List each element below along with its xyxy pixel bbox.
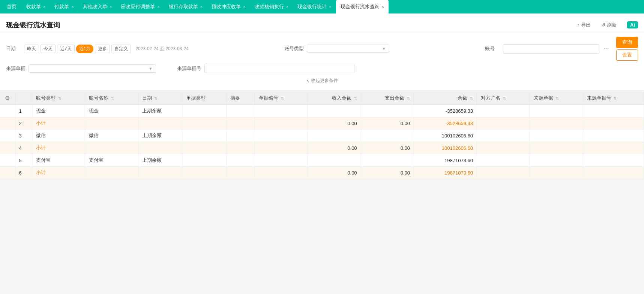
close-prepaid-icon[interactable]: × [243,4,245,9]
table-cell [530,142,583,154]
account-input-wrap [503,44,599,54]
table-cell: 0.00 [308,117,361,130]
col-source-doc-no[interactable]: 来源单据号 ⇅ [583,92,644,105]
table-cell [583,142,644,154]
col-expense[interactable]: 支出金额 ⇅ [361,92,414,105]
table-cell [227,142,255,154]
table-cell: 4 [15,142,32,154]
date-label: 日期 [6,45,21,52]
table-cell [255,117,308,130]
collapse-bar[interactable]: ∧ 收起更多条件 [6,76,638,85]
account-type-select[interactable]: ▼ [307,45,389,53]
table-cell [477,167,530,179]
sort-doc-no-icon: ⇅ [281,96,284,100]
refresh-button[interactable]: ↺ 刷新 [598,20,620,30]
table-cell [361,105,414,117]
table-cell [0,130,15,142]
col-account-type[interactable]: 账号类型 ⇅ [32,92,85,105]
settings-button[interactable]: 设置 [616,49,638,61]
table-cell [361,154,414,167]
table-cell [85,167,138,179]
nav-receipt[interactable]: 收款单 × [22,0,50,13]
table-cell [85,117,138,130]
source-doc-num-input[interactable] [208,66,351,71]
table-cell [0,105,15,117]
table-cell: 上期余额 [138,105,182,117]
source-doc-arrow-icon: ▼ [149,66,153,71]
col-doc-no[interactable]: 单据编号 ⇅ [255,92,308,105]
table-cell [530,167,583,179]
more-dots-icon[interactable]: ··· [602,45,610,52]
col-doc-type: 单据类型 [182,92,227,105]
table-cell: 小计 [32,117,85,130]
close-bank-deposit-icon[interactable]: × [200,4,203,9]
sort-income-icon: ⇅ [354,96,357,100]
nav-ar-ap-adjust[interactable]: 应收应付调整单 × [116,0,164,13]
nav-bank-deposit[interactable]: 银行存取款单 × [164,0,207,13]
date-btn-custom[interactable]: 自定义 [111,45,131,53]
table-cell [530,105,583,117]
col-income[interactable]: 收入金额 ⇅ [308,92,361,105]
table-cell: -3528659.33 [414,105,477,117]
account-type-arrow-icon: ▼ [382,46,386,51]
table-header-row: ⚙ 账号类型 ⇅ 账号名称 ⇅ 日期 ⇅ 单据类型 [0,92,644,105]
table-cell [308,130,361,142]
table-cell: 100102606.60 [414,130,477,142]
account-input[interactable] [506,46,596,52]
date-btn-7days[interactable]: 近7天 [57,45,75,53]
date-btn-1month[interactable]: 近1月 [76,45,94,53]
table-cell [308,154,361,167]
close-ar-ap-icon[interactable]: × [157,4,159,9]
table-row: 6小计0.000.0019871073.60 [0,167,644,179]
close-cash-flow-icon[interactable]: × [382,4,384,9]
col-account-name[interactable]: 账号名称 ⇅ [85,92,138,105]
table-cell [530,130,583,142]
date-btn-yesterday[interactable]: 昨天 [24,45,39,53]
nav-receipt-exec[interactable]: 收款核销执行 × [250,0,293,13]
table-cell [477,105,530,117]
nav-payment[interactable]: 付款单 × [50,0,78,13]
top-nav: 首页 收款单 × 付款单 × 其他收入单 × 应收应付调整单 × 银行存取款单 … [0,0,644,13]
account-label: 账号 [485,45,500,52]
table-body: 1现金现金上期余额-3528659.332小计0.000.00-3528659.… [0,105,644,179]
export-button[interactable]: ↑ 导出 [574,20,594,30]
table-cell: 0.00 [361,117,414,130]
table-cell [138,142,182,154]
ai-badge[interactable]: Ai [627,21,638,28]
table-cell: -3528659.33 [414,117,477,130]
source-doc-select[interactable]: ▼ [29,64,156,73]
table-cell: 支付宝 [32,154,85,167]
header-actions: ↑ 导出 ↺ 刷新 Ai [574,20,638,30]
date-btn-today[interactable]: 今天 [41,45,56,53]
filter-area: 日期 昨天 今天 近7天 近1月 更多 自定义 2023-02-24 至 202… [0,32,644,90]
table-cell [308,105,361,117]
table-cell: 0.00 [308,167,361,179]
table-cell [182,130,227,142]
table-gear-icon[interactable]: ⚙ [5,95,10,101]
nav-other-income[interactable]: 其他收入单 × [78,0,116,13]
nav-cash-flow[interactable]: 现金银行流水查询 × [336,0,389,13]
table-cell: 1 [15,105,32,117]
date-btn-more[interactable]: 更多 [95,45,110,53]
col-date[interactable]: 日期 ⇅ [138,92,182,105]
nav-prepaid-offset[interactable]: 预收冲应收单 × [207,0,250,13]
close-cash-stats-icon[interactable]: × [329,4,331,9]
close-receipt-icon[interactable]: × [43,4,45,9]
close-other-income-icon[interactable]: × [110,4,112,9]
table-cell [182,167,227,179]
table-cell [530,117,583,130]
query-button[interactable]: 查询 [616,37,638,48]
close-receipt-exec-icon[interactable]: × [286,4,288,9]
close-payment-icon[interactable]: × [71,4,74,9]
col-settings[interactable]: ⚙ [0,92,15,105]
table-cell [477,117,530,130]
nav-cash-stats[interactable]: 现金银行统计 × [293,0,336,13]
col-balance[interactable]: 余额 ⇅ [414,92,477,105]
table-row: 4小计0.000.00100102606.60 [0,142,644,154]
date-range-text: 2023-02-24 至 2023-03-24 [135,46,188,52]
col-counterparty[interactable]: 对方户名 ⇅ [477,92,530,105]
col-source-doc[interactable]: 来源单据 ⇅ [530,92,583,105]
nav-home[interactable]: 首页 [2,0,22,13]
col-summary: 摘要 [227,92,255,105]
col-idx [15,92,32,105]
